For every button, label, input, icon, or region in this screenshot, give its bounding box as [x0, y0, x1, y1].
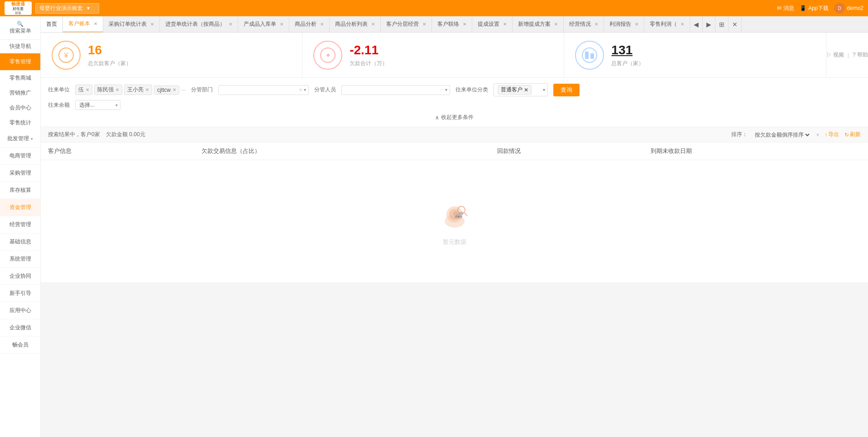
message-btn[interactable]: ✉ 消息: [777, 5, 794, 12]
stat-value-debt: -2.11: [350, 43, 388, 58]
tab-customer-account[interactable]: 客户账本 ✕: [63, 16, 103, 33]
tab-close-goods-analysis-list[interactable]: ✕: [371, 22, 375, 27]
tab-scroll-right[interactable]: ▶: [703, 16, 715, 33]
tab-promotion-settings[interactable]: 提成设置 ✕: [472, 16, 513, 33]
search-result-text: 搜索结果中，客户0家: [48, 131, 100, 138]
tab-close-goods-analysis[interactable]: ✕: [320, 22, 324, 27]
dept-clear-icon[interactable]: ✕ ▾: [299, 87, 306, 92]
account-dropdown-label: 母婴行业演示账套: [39, 5, 83, 11]
sidebar-item-enterprise-coop[interactable]: 企业协同: [0, 268, 40, 285]
refresh-btn[interactable]: ↻ 刷新: [844, 131, 861, 138]
sidebar-item-retail-stats[interactable]: 零售统计: [0, 115, 40, 130]
tab-close-customer-account[interactable]: ✕: [94, 21, 97, 26]
export-btn[interactable]: ↑ 导出: [825, 131, 839, 138]
tab-close-ops-situation[interactable]: ✕: [595, 22, 598, 27]
tab-retail-profit[interactable]: 零售利润（ ✕: [644, 16, 690, 33]
unit-tag-wu-remove[interactable]: ✕: [86, 87, 89, 92]
tab-scroll-left[interactable]: ◀: [690, 16, 703, 33]
unit-tag-wang-remove[interactable]: ✕: [145, 87, 149, 92]
filter-area: 往来单位 伍 ✕ 陈民强 ✕ 王小亮: [41, 78, 868, 127]
sidebar-item-wholesale-mgmt[interactable]: 批发管理 ▾: [0, 130, 40, 147]
col-repayment: 回款情况: [490, 142, 643, 160]
sidebar-item-retail-mgmt[interactable]: 零售管理: [0, 53, 40, 71]
tab-ops-situation[interactable]: 经营情况 ✕: [564, 16, 604, 33]
unit-type-tag-remove[interactable]: ✕: [524, 87, 528, 93]
tab-close-customer-contact[interactable]: ✕: [463, 22, 466, 27]
sidebar-item-enterprise-wx[interactable]: 企业微信: [0, 319, 40, 337]
dept-select-wrap: ✕ ▾: [218, 85, 309, 95]
person-clear-icon[interactable]: ··· ▾: [440, 87, 447, 92]
sidebar-item-ecommerce-mgmt[interactable]: 电商管理: [0, 147, 40, 165]
dept-select[interactable]: [218, 85, 309, 95]
sidebar-item-ops-mgmt[interactable]: 经营管理: [0, 216, 40, 233]
unit-filter-tags: 伍 ✕ 陈民强 ✕ 王小亮 ✕: [75, 85, 186, 95]
stat-value-customers: 16: [88, 43, 131, 58]
query-button[interactable]: 查询: [553, 84, 580, 96]
person-select[interactable]: [341, 85, 450, 95]
tab-product-stock[interactable]: 产成品入库单 ✕: [238, 16, 289, 33]
account-dropdown[interactable]: 母婴行业演示账套 ▾: [35, 3, 99, 14]
sidebar-quick-nav[interactable]: 快捷导航: [0, 40, 40, 53]
tab-purchase-stats[interactable]: 进货单统计表（按商品） ✕: [160, 16, 238, 33]
user-avatar-btn[interactable]: D demo2: [834, 3, 863, 14]
collapse-btn[interactable]: ∧ 收起更多条件: [435, 114, 474, 121]
top-bar: 畅捷通 好生意 标版 母婴行业演示账套 ▾ ✉ 消息 📱 App下载 D dem: [0, 0, 868, 16]
tab-close-promotion-settings[interactable]: ✕: [503, 22, 507, 27]
balance-select[interactable]: 选择...: [75, 100, 120, 110]
more-tags-btn[interactable]: ···: [181, 87, 186, 93]
tab-customer-segment[interactable]: 客户分层经营 ✕: [381, 16, 432, 33]
unit-tag-cjttcw-remove[interactable]: ✕: [173, 87, 176, 92]
unit-filter-label: 往来单位: [48, 86, 70, 94]
video-btn[interactable]: ▷ 视频: [826, 51, 844, 59]
unit-type-chevron: ▾: [543, 87, 545, 92]
filter-row-2: 往来余额 选择...: [48, 100, 861, 110]
sidebar-item-purchase-mgmt[interactable]: 采购管理: [0, 165, 40, 182]
svg-text:✦: ✦: [325, 52, 331, 59]
sidebar-item-retail-mall[interactable]: 零售商城: [0, 71, 40, 86]
tab-close-customer-segment[interactable]: ✕: [422, 22, 426, 27]
stat-label-clients: 总客户（家）: [611, 60, 644, 67]
empty-icon: 🐭: [436, 196, 473, 233]
tab-goods-analysis-list[interactable]: 商品分析列表 ✕: [330, 16, 381, 33]
tab-new-promotion[interactable]: 新增提成方案 ✕: [513, 16, 564, 33]
stat-icon-debt: ✦: [313, 41, 342, 70]
sidebar-item-marketing[interactable]: 营销推广: [0, 86, 40, 100]
sidebar-item-capital-mgmt[interactable]: 资金管理: [0, 199, 40, 216]
tab-close-profit-report[interactable]: ✕: [635, 22, 638, 27]
sidebar-search[interactable]: 🔍 搜索菜单: [0, 16, 40, 40]
sidebar-item-system-mgmt[interactable]: 系统管理: [0, 251, 40, 268]
dept-filter-label: 分管部门: [191, 86, 213, 94]
tab-close-all[interactable]: ✕: [729, 16, 742, 33]
stat-total-customers: ¥ 16 总欠款客户（家）: [41, 33, 302, 77]
top-bar-right: ✉ 消息 📱 App下载 D demo2: [777, 3, 863, 14]
tab-profit-report[interactable]: 利润报告 ✕: [604, 16, 644, 33]
sidebar-item-app-center[interactable]: 应用中心: [0, 302, 40, 319]
tab-customer-contact[interactable]: 客户联络 ✕: [432, 16, 472, 33]
help-btn[interactable]: ? 帮助: [853, 51, 868, 59]
sidebar-item-basic-info[interactable]: 基础信息: [0, 233, 40, 251]
tab-home[interactable]: 首页: [41, 16, 63, 33]
sort-select[interactable]: 按欠款金额倒序排序: [753, 131, 811, 138]
tab-close-purchase-order-stats[interactable]: ✕: [150, 22, 154, 27]
play-icon: ▷: [826, 52, 832, 58]
result-actions: 排序： 按欠款金额倒序排序 ▾ ↑ 导出 ↻ 刷新: [731, 131, 861, 138]
avatar: D: [834, 3, 845, 14]
app-download-btn[interactable]: 📱 App下载: [800, 5, 829, 12]
sidebar-item-inventory-check[interactable]: 库存核算: [0, 182, 40, 199]
tab-close-new-promotion[interactable]: ✕: [554, 22, 558, 27]
unit-tag-chen-remove[interactable]: ✕: [115, 87, 119, 92]
tab-close-purchase-stats[interactable]: ✕: [229, 22, 232, 27]
table-wrap: 客户信息 欠款交易信息（占比） 回款情况 到期未收款日期: [41, 142, 868, 282]
tab-purchase-order-stats[interactable]: 采购订单统计表 ✕: [103, 16, 160, 33]
sidebar-item-member-center[interactable]: 会员中心: [0, 100, 40, 115]
tab-close-retail-profit[interactable]: ✕: [681, 22, 684, 27]
sidebar-item-new-guide[interactable]: 新手引导: [0, 285, 40, 302]
col-overdue-date: 到期未收款日期: [643, 142, 868, 160]
result-summary: 搜索结果中，客户0家 欠款金额 0.00元: [48, 131, 145, 138]
sidebar-item-vip-member[interactable]: 畅会员: [0, 337, 40, 354]
tab-close-product-stock[interactable]: ✕: [280, 22, 283, 27]
tab-goods-analysis[interactable]: 商品分析 ✕: [289, 16, 330, 33]
tab-expand-all[interactable]: ⊞: [715, 16, 729, 33]
empty-text: 暂元数据: [443, 238, 466, 246]
table-header: 客户信息 欠款交易信息（占比） 回款情况 到期未收款日期: [41, 142, 868, 160]
